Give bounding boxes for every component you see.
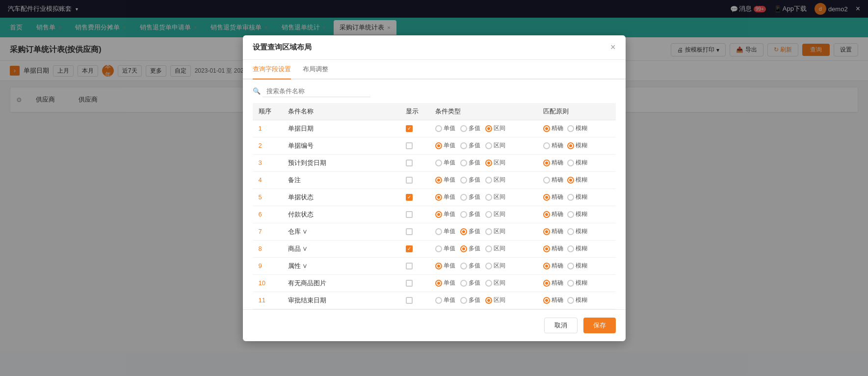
table-row: 7仓库 ∨单值多值区间精确模糊 [253,223,616,240]
table-row: 8商品 ∨单值多值区间精确模糊 [253,240,616,257]
match-option-精确-7[interactable]: 精确 [543,244,563,253]
save-button[interactable]: 保存 [583,318,616,333]
match-option-模糊-10[interactable]: 模糊 [567,296,587,304]
display-checkbox-2[interactable] [406,160,413,166]
match-option-精确-10[interactable]: 精确 [543,296,563,304]
match-option-模糊-1[interactable]: 模糊 [567,141,587,150]
type-option-多值-4[interactable]: 多值 [460,193,480,201]
row-display-2[interactable] [400,154,429,171]
display-checkbox-6[interactable] [406,228,413,235]
modal-close-button[interactable]: × [610,42,616,53]
display-checkbox-4[interactable] [406,194,413,201]
type-option-多值-9[interactable]: 多值 [460,279,480,287]
match-option-模糊-0[interactable]: 模糊 [567,124,587,133]
display-checkbox-10[interactable] [406,297,413,304]
match-option-精确-0[interactable]: 精确 [543,124,563,133]
match-option-精确-3[interactable]: 精确 [543,176,563,184]
radio-label-多值-0: 多值 [469,124,480,133]
type-option-区间-3[interactable]: 区间 [485,176,505,184]
modal-search-input[interactable] [263,85,370,97]
modal-tab-query[interactable]: 查询字段设置 [253,60,291,80]
type-option-多值-6[interactable]: 多值 [460,227,480,236]
type-option-区间-5[interactable]: 区间 [485,210,505,218]
type-option-多值-10[interactable]: 多值 [460,296,480,304]
type-option-多值-0[interactable]: 多值 [460,124,480,133]
display-checkbox-8[interactable] [406,263,413,269]
row-display-8[interactable] [400,257,429,274]
match-option-精确-6[interactable]: 精确 [543,227,563,236]
type-option-单值-5[interactable]: 单值 [435,210,455,218]
type-option-区间-9[interactable]: 区间 [485,279,505,287]
radio-circle-区间-1 [485,142,492,149]
radio-circle-单值-3 [435,177,442,184]
match-option-精确-4[interactable]: 精确 [543,193,563,201]
type-option-单值-8[interactable]: 单值 [435,262,455,270]
match-option-精确-8[interactable]: 精确 [543,262,563,270]
type-option-多值-5[interactable]: 多值 [460,210,480,218]
row-display-7[interactable] [400,240,429,257]
display-checkbox-3[interactable] [406,177,413,184]
type-option-区间-2[interactable]: 区间 [485,159,505,167]
row-display-3[interactable] [400,171,429,188]
match-label-模糊-3: 模糊 [576,176,587,184]
radio-label-区间-7: 区间 [494,244,505,253]
match-option-精确-2[interactable]: 精确 [543,159,563,167]
match-circle-模糊-3 [567,177,574,184]
row-display-10[interactable] [400,292,429,309]
radio-label-多值-9: 多值 [469,279,480,287]
match-option-精确-9[interactable]: 精确 [543,279,563,287]
row-type-7: 单值多值区间 [429,240,537,257]
radio-label-单值-3: 单值 [444,176,455,184]
row-display-1[interactable] [400,137,429,154]
type-option-单值-4[interactable]: 单值 [435,193,455,201]
row-display-9[interactable] [400,274,429,292]
display-checkbox-1[interactable] [406,142,413,149]
type-option-区间-1[interactable]: 区间 [485,141,505,150]
type-option-单值-6[interactable]: 单值 [435,227,455,236]
match-option-模糊-3[interactable]: 模糊 [567,176,587,184]
type-option-单值-0[interactable]: 单值 [435,124,455,133]
match-option-精确-1[interactable]: 精确 [543,141,563,150]
type-option-单值-10[interactable]: 单值 [435,296,455,304]
row-display-6[interactable] [400,223,429,240]
modal-footer: 取消 保存 [243,309,626,341]
type-option-多值-7[interactable]: 多值 [460,244,480,253]
match-option-模糊-8[interactable]: 模糊 [567,262,587,270]
type-option-区间-0[interactable]: 区间 [485,124,505,133]
match-option-模糊-4[interactable]: 模糊 [567,193,587,201]
cancel-button[interactable]: 取消 [544,318,578,333]
type-option-区间-6[interactable]: 区间 [485,227,505,236]
type-option-多值-1[interactable]: 多值 [460,141,480,150]
row-display-4[interactable] [400,188,429,206]
radio-circle-多值-10 [460,297,467,304]
type-option-多值-2[interactable]: 多值 [460,159,480,167]
type-option-单值-7[interactable]: 单值 [435,244,455,253]
match-option-精确-5[interactable]: 精确 [543,210,563,218]
type-option-单值-2[interactable]: 单值 [435,159,455,167]
match-option-模糊-2[interactable]: 模糊 [567,159,587,167]
row-match-7: 精确模糊 [537,240,616,257]
type-option-多值-3[interactable]: 多值 [460,176,480,184]
type-option-单值-9[interactable]: 单值 [435,279,455,287]
match-option-模糊-5[interactable]: 模糊 [567,210,587,218]
display-checkbox-7[interactable] [406,245,413,252]
modal-tab-layout[interactable]: 布局调整 [303,60,328,80]
row-display-5[interactable] [400,206,429,223]
match-option-模糊-7[interactable]: 模糊 [567,244,587,253]
display-checkbox-9[interactable] [406,280,413,287]
row-display-0[interactable] [400,120,429,137]
match-option-模糊-9[interactable]: 模糊 [567,279,587,287]
match-circle-模糊-9 [567,280,574,287]
type-option-区间-10[interactable]: 区间 [485,296,505,304]
type-option-区间-8[interactable]: 区间 [485,262,505,270]
type-option-单值-1[interactable]: 单值 [435,141,455,150]
type-option-区间-7[interactable]: 区间 [485,244,505,253]
display-checkbox-5[interactable] [406,211,413,218]
type-option-区间-4[interactable]: 区间 [485,193,505,201]
type-option-单值-3[interactable]: 单值 [435,176,455,184]
search-icon: 🔍 [253,87,261,95]
match-label-模糊-5: 模糊 [576,210,587,218]
type-option-多值-8[interactable]: 多值 [460,262,480,270]
match-option-模糊-6[interactable]: 模糊 [567,227,587,236]
display-checkbox-0[interactable] [406,125,413,132]
